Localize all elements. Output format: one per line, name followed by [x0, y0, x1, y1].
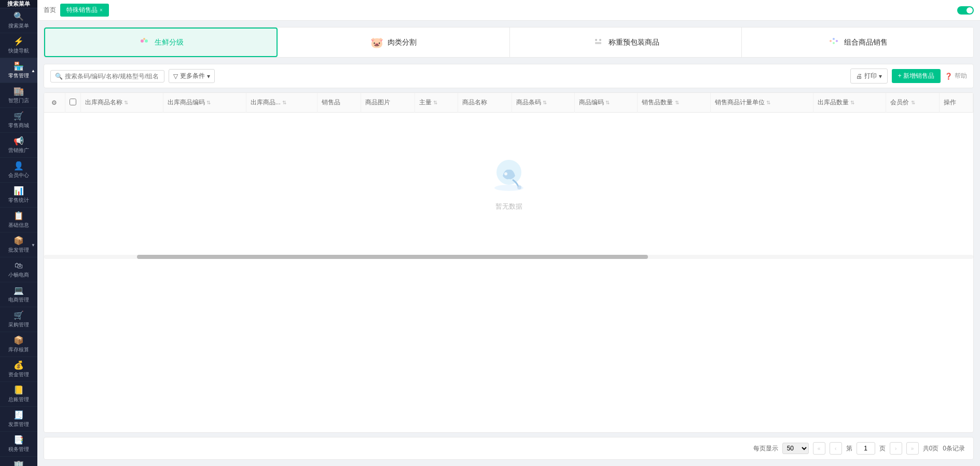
cat-tab-meat-cut[interactable]: 🐷 肉类分割	[278, 28, 509, 57]
last-page-button[interactable]: »	[906, 442, 919, 455]
tax-mgmt-icon: 📑	[13, 435, 24, 445]
th-checkbox[interactable]	[65, 93, 80, 113]
first-page-button[interactable]: «	[813, 442, 825, 455]
svg-point-4	[599, 39, 601, 41]
retail-mgmt-icon: 🏪	[13, 61, 24, 71]
svg-point-9	[833, 42, 835, 44]
sidebar-item-retail-mall[interactable]: 🛒 零售商城	[0, 108, 37, 133]
cat-tab-weigh-pack[interactable]: 称重预包装商品	[510, 28, 742, 57]
settings-icon: ⚙	[51, 99, 57, 106]
filter-icon: ▽	[173, 73, 178, 80]
total-pages: 共0页	[923, 444, 939, 453]
general-ledger-icon: 📒	[13, 385, 24, 395]
sort-icon[interactable]: ⇅	[543, 100, 547, 105]
sidebar-item-retail-mgmt[interactable]: 🏪 零售管理 ▲	[0, 58, 37, 83]
sidebar-item-label: 电商管理	[8, 296, 29, 304]
sidebar-item-mini-ecommerce[interactable]: 🛍 小畅电商	[0, 257, 37, 282]
horizontal-scrollbar[interactable]	[44, 255, 973, 259]
sort-icon[interactable]: ⇅	[675, 100, 679, 105]
sidebar-item-member-center[interactable]: 👤 会员中心	[0, 158, 37, 183]
weigh-pack-icon	[592, 35, 604, 50]
sidebar-item-label: 总账管理	[8, 396, 29, 403]
prev-page-button[interactable]: ‹	[830, 442, 842, 455]
sidebar-item-retail-stats[interactable]: 📊 零售统计	[0, 183, 37, 208]
sidebar-item-smart-store[interactable]: 🏬 智慧门店	[0, 83, 37, 108]
data-table-container: ⚙ 出库商品名称 ⇅ 出库商品编码 ⇅	[44, 92, 974, 433]
sidebar-item-search-menu[interactable]: 🔍 搜索菜单	[0, 8, 37, 33]
svg-rect-5	[595, 42, 601, 44]
member-center-icon: 👤	[13, 161, 24, 171]
main-content: 首页 特殊销售品 × 生鲜分级 🐷	[37, 0, 980, 466]
home-link[interactable]: 首页	[44, 6, 56, 15]
sidebar-item-quick-nav[interactable]: ⚡ 快捷导航	[0, 33, 37, 58]
th-settings[interactable]: ⚙	[44, 93, 65, 113]
add-sales-item-button[interactable]: + 新增销售品	[892, 69, 941, 83]
sidebar-item-capital-mgmt[interactable]: 💰 资金管理	[0, 357, 37, 382]
th-barcode: 商品条码 ⇅	[512, 93, 574, 113]
smart-store-icon: 🏬	[13, 86, 24, 96]
sidebar-item-general-ledger[interactable]: 📒 总账管理	[0, 382, 37, 407]
per-page-select[interactable]: 50 10 20 100	[782, 443, 809, 454]
sort-icon[interactable]: ⇅	[206, 100, 211, 105]
sidebar-item-purchase-mgmt[interactable]: 🛒 采购管理	[0, 307, 37, 332]
close-tab-icon[interactable]: ×	[100, 7, 103, 13]
svg-point-2	[145, 39, 148, 43]
sort-icon[interactable]: ⇅	[911, 100, 915, 105]
svg-point-3	[595, 39, 597, 41]
active-tab[interactable]: 特殊销售品 ×	[60, 4, 109, 17]
sidebar-item-label: 小畅电商	[8, 271, 29, 279]
add-label: + 新增销售品	[898, 72, 934, 80]
th-sales-unit: 销售商品计量单位 ⇅	[710, 93, 813, 113]
search-box[interactable]: 🔍	[50, 70, 164, 83]
toolbar-right: 🖨 打印 ▾ + 新增销售品 ❓ 帮助	[850, 68, 967, 84]
sidebar-item-sales-promo[interactable]: 📢 营销推广	[0, 133, 37, 158]
sidebar-item-label: 会员中心	[8, 172, 29, 179]
sidebar-item-ecommerce-mgmt[interactable]: 💻 电商管理	[0, 282, 37, 307]
data-table: ⚙ 出库商品名称 ⇅ 出库商品编码 ⇅	[44, 93, 973, 113]
purchase-mgmt-icon: 🛒	[13, 310, 24, 320]
sort-icon[interactable]: ⇅	[850, 100, 854, 105]
wholesale-mgmt-icon: 📦	[13, 236, 24, 245]
per-page-label: 每页显示	[753, 444, 778, 453]
sidebar-item-wholesale-mgmt[interactable]: 📦 批发管理 ▼	[0, 232, 37, 257]
th-main-qty: 主量 ⇅	[415, 93, 458, 113]
sort-icon[interactable]: ⇅	[605, 100, 610, 105]
user-toggle[interactable]	[957, 6, 974, 15]
top-bar-right	[957, 6, 974, 15]
sidebar-item-inventory-check[interactable]: 📦 库存核算	[0, 332, 37, 357]
help-button[interactable]: ❓ 帮助	[945, 72, 967, 80]
table-header-row: ⚙ 出库商品名称 ⇅ 出库商品编码 ⇅	[44, 93, 973, 113]
cat-tab-fresh-grade[interactable]: 生鲜分级	[44, 28, 278, 57]
retail-stats-icon: 📊	[13, 186, 24, 196]
select-all-checkbox[interactable]	[70, 99, 76, 105]
page-input[interactable]	[857, 442, 875, 455]
filter-button[interactable]: ▽ 更多条件 ▾	[169, 69, 215, 83]
sidebar-item-label: 资金管理	[8, 371, 29, 378]
empty-state: 暂无数据	[44, 113, 973, 253]
sidebar-item-tax-mgmt[interactable]: 📑 税务管理	[0, 432, 37, 457]
print-arrow: ▾	[879, 73, 882, 80]
scrollbar-thumb[interactable]	[137, 255, 648, 259]
sidebar-item-fixed-assets[interactable]: 🏢 固定资产	[0, 457, 37, 466]
search-input[interactable]	[65, 73, 158, 80]
mini-ecommerce-icon: 🛍	[15, 261, 23, 270]
svg-point-7	[833, 38, 835, 40]
sort-icon[interactable]: ⇅	[124, 100, 128, 105]
sidebar-item-label: 发票管理	[8, 421, 29, 428]
svg-point-13	[517, 185, 521, 189]
print-icon: 🖨	[856, 73, 862, 80]
sort-icon[interactable]: ⇅	[766, 100, 770, 105]
next-page-button[interactable]: ›	[890, 442, 902, 455]
sidebar-item-label: 零售商城	[8, 122, 29, 129]
sidebar-item-basic-info[interactable]: 📋 基础信息	[0, 208, 37, 232]
svg-point-12	[504, 172, 507, 175]
sort-icon[interactable]: ⇅	[433, 100, 437, 105]
th-sales-qty: 销售品数量 ⇅	[638, 93, 711, 113]
capital-mgmt-icon: 💰	[13, 360, 24, 370]
page-prefix: 第	[846, 444, 852, 453]
print-button[interactable]: 🖨 打印 ▾	[850, 68, 888, 84]
sort-icon[interactable]: ⇅	[282, 100, 286, 105]
sidebar-logo: 搜索菜单	[0, 0, 37, 8]
cat-tab-combo-goods[interactable]: 组合商品销售	[742, 28, 973, 57]
sidebar-item-invoice-mgmt[interactable]: 🧾 发票管理	[0, 407, 37, 432]
